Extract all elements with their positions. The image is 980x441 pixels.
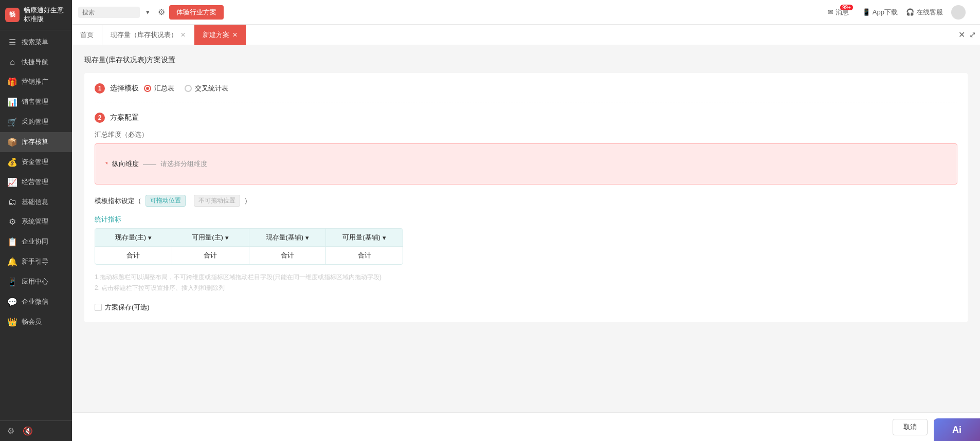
table-cell-3: 合计 — [326, 246, 403, 264]
vertical-dimension-label: 纵向维度 — [112, 159, 139, 169]
topbar: ▾ ⚙ 体验行业方案 ✉ 消息 99+ 📱 App下载 🎧 在线客服 — [72, 0, 980, 25]
sidebar-item-quick-nav[interactable]: ⌂ 快捷导航 — [0, 52, 72, 72]
radio-cross[interactable]: 交叉统计表 — [185, 84, 228, 93]
marketing-icon: 🎁 — [7, 77, 17, 87]
audio-icon[interactable]: 🔇 — [23, 426, 33, 436]
sidebar-item-label: 库存核算 — [22, 137, 48, 146]
sidebar-item-guide[interactable]: 🔔 新手引导 — [0, 252, 72, 272]
dimension-area[interactable]: * 纵向维度 —— 请选择分组维度 — [95, 143, 957, 185]
search-dropdown-icon[interactable]: ▾ — [146, 8, 150, 16]
tips-section: 1.拖动标题栏可以调整布局，不可跨维度或指标区域拖动栏目字段(只能在同一维度或指… — [95, 273, 957, 292]
sidebar-item-system[interactable]: ⚙ 系统管理 — [0, 212, 72, 232]
scheme-save-label: 方案保存(可选) — [105, 303, 150, 312]
table-cell-1: 合计 — [172, 246, 249, 264]
sidebar-item-label: 快捷导航 — [22, 58, 48, 67]
indicator-settings-suffix: ） — [244, 196, 251, 206]
sales-icon: 📊 — [7, 97, 17, 107]
search-input[interactable] — [78, 7, 140, 18]
indicator-settings: 模板指标设定（ 可拖动位置 不可拖动位置 ） — [95, 195, 957, 207]
cancel-button[interactable]: 取消 — [893, 419, 928, 435]
sidebar-item-search-menu[interactable]: ☰ 搜索菜单 — [0, 32, 72, 52]
sidebar-item-label: 畅会员 — [22, 317, 42, 326]
sidebar-item-wechat[interactable]: 💬 企业微信 — [0, 292, 72, 312]
radio-summary[interactable]: 汇总表 — [144, 84, 174, 93]
sidebar-item-label: 基础信息 — [22, 197, 48, 207]
scheme-save-section: 方案保存(可选) — [95, 303, 957, 312]
col-header-2-label: 现存量(基辅) — [266, 233, 304, 242]
purchase-icon: 🛒 — [7, 117, 17, 127]
stats-table-header: 现存量(主) ▾ 可用量(主) ▾ 现存量(基辅) ▾ 可用量(基辅) — [95, 229, 403, 246]
sidebar-item-sales[interactable]: 📊 销售管理 — [0, 92, 72, 112]
app-label: App下载 — [873, 8, 898, 17]
col-dropdown-2-icon: ▾ — [305, 234, 309, 242]
sidebar-item-operations[interactable]: 📈 经营管理 — [0, 172, 72, 192]
sidebar-item-label: 销售管理 — [22, 97, 48, 106]
tab-close-all-button[interactable]: ✕ — [958, 30, 965, 40]
tab-new-close[interactable]: ✕ — [232, 31, 238, 39]
sidebar-footer: ⚙ 🔇 — [0, 420, 72, 441]
dimension-placeholder: 请选择分组维度 — [160, 159, 207, 169]
radio-summary-label: 汇总表 — [154, 84, 174, 93]
app-icon: 📱 — [862, 8, 870, 16]
scheme-save-checkbox[interactable] — [95, 304, 102, 311]
sidebar-item-purchase[interactable]: 🛒 采购管理 — [0, 112, 72, 132]
trial-button[interactable]: 体验行业方案 — [169, 5, 224, 20]
app-download-button[interactable]: 📱 App下载 — [862, 8, 898, 17]
sidebar-item-marketing[interactable]: 🎁 营销推广 — [0, 72, 72, 92]
tab-home-label: 首页 — [80, 30, 94, 40]
step2-badge: 2 — [95, 113, 105, 123]
tab-inventory-close[interactable]: ✕ — [180, 31, 186, 39]
col-header-3[interactable]: 可用量(基辅) ▾ — [326, 229, 403, 246]
sidebar-item-label: 企业微信 — [22, 297, 48, 306]
tab-expand-button[interactable]: ⤢ — [969, 30, 976, 40]
sidebar-item-base-info[interactable]: 🗂 基础信息 — [0, 192, 72, 212]
avatar[interactable] — [951, 5, 966, 20]
enterprise-icon: 📋 — [7, 237, 17, 247]
main-area: ▾ ⚙ 体验行业方案 ✉ 消息 99+ 📱 App下载 🎧 在线客服 首页 — [72, 0, 980, 441]
tab-inventory-status[interactable]: 现存量（库存状况表） ✕ — [102, 25, 194, 45]
col-header-0[interactable]: 现存量(主) ▾ — [95, 229, 172, 246]
gear-icon[interactable]: ⚙ — [158, 7, 165, 17]
col-dropdown-0-icon: ▾ — [148, 234, 152, 242]
online-service-button[interactable]: 🎧 在线客服 — [906, 8, 943, 17]
sidebar-item-app-center[interactable]: 📱 应用中心 — [0, 272, 72, 292]
step1-header: 1 选择模板 汇总表 交叉统计表 — [95, 83, 957, 94]
content-area: 现存量(库存状况表)方案设置 1 选择模板 汇总表 交叉统计表 — [72, 45, 980, 412]
sidebar-item-label: 经营管理 — [22, 177, 48, 187]
col-header-1[interactable]: 可用量(主) ▾ — [172, 229, 249, 246]
indicator-settings-prefix: 模板指标设定（ — [95, 196, 141, 206]
tab-home[interactable]: 首页 — [72, 25, 102, 45]
sidebar-item-inventory[interactable]: 📦 库存核算 — [0, 132, 72, 152]
sidebar-item-label: 企业协同 — [22, 237, 48, 246]
ai-floating-button[interactable]: Ai — [934, 418, 980, 441]
settings-icon[interactable]: ⚙ — [7, 426, 14, 436]
non-draggable-tag: 不可拖动位置 — [194, 195, 240, 207]
service-icon: 🎧 — [906, 8, 914, 16]
radio-summary-dot — [144, 85, 151, 92]
wechat-icon: 💬 — [7, 297, 17, 307]
col-header-2[interactable]: 现存量(基辅) ▾ — [249, 229, 326, 246]
radio-cross-label: 交叉统计表 — [195, 84, 228, 93]
step1-badge: 1 — [95, 83, 105, 94]
radio-cross-dot — [185, 85, 192, 92]
message-button[interactable]: ✉ 消息 99+ — [828, 8, 849, 17]
col-header-1-label: 可用量(主) — [192, 233, 223, 242]
step1-divider — [95, 102, 957, 102]
sidebar-item-enterprise[interactable]: 📋 企业协同 — [0, 232, 72, 252]
inventory-icon: 📦 — [7, 137, 17, 147]
sidebar-item-label: 营销推广 — [22, 77, 48, 86]
table-cell-2: 合计 — [249, 246, 326, 264]
step2-title: 方案配置 — [110, 113, 139, 122]
tab-inventory-label: 现存量（库存状况表） — [111, 30, 177, 40]
tab-new-scheme[interactable]: 新建方案 ✕ — [194, 25, 246, 45]
sidebar-item-finance[interactable]: 💰 资金管理 — [0, 152, 72, 172]
topbar-right: ✉ 消息 99+ 📱 App下载 🎧 在线客服 — [828, 5, 974, 20]
dimension-dash: —— — [143, 160, 156, 168]
stats-section-title: 统计指标 — [95, 215, 957, 224]
tab-new-label: 新建方案 — [203, 30, 229, 40]
quick-nav-icon: ⌂ — [7, 58, 17, 67]
step1-title: 选择模板 — [110, 84, 139, 93]
member-icon: 👑 — [7, 317, 17, 327]
sidebar-item-label: 系统管理 — [22, 217, 48, 226]
sidebar-item-member[interactable]: 👑 畅会员 — [0, 312, 72, 332]
